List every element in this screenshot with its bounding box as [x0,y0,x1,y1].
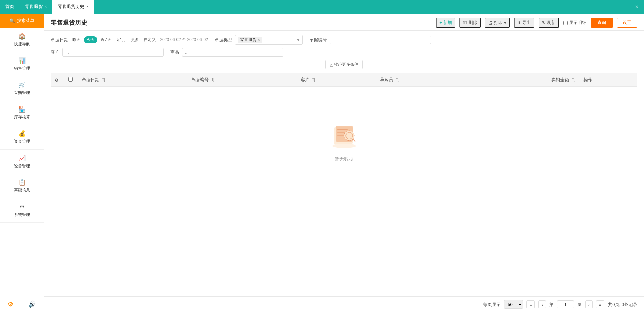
sidebar-item-inventory[interactable]: 🏪 库存核算 [0,101,44,125]
empty-text: 暂无数据 [335,156,354,162]
refresh-label: 刷新 [547,20,556,26]
sidebar-item-basic-info[interactable]: 📋 基础信息 [0,174,44,198]
query-button[interactable]: 查询 [591,18,613,28]
window-close-button[interactable]: × [635,3,639,10]
tab-list: 首页 零售退货 × 零售退货历史 × [0,0,644,14]
tab-retail-return[interactable]: 零售退货 × [20,0,52,14]
table-body: 暂无数据 [51,87,637,193]
bill-no-filter: 单据编号 [309,36,431,44]
sidebar-item-finance[interactable]: 💰 资金管理 [0,125,44,150]
per-page-label: 每页显示 [483,302,501,308]
sidebar-item-purchase[interactable]: 🛒 采购管理 [0,76,44,101]
page-number-input[interactable] [557,300,574,308]
tab-home[interactable]: 首页 [0,0,20,14]
sidebar-item-quick-nav-label: 快捷导航 [14,41,30,47]
date-buttons: 昨天 今天 近7天 近1月 更多 自定义 [71,36,157,43]
page-prefix-label: 第 [549,302,554,308]
print-dropdown-icon: ▾ [504,20,506,25]
print-button[interactable]: 🖨 打印 ▾ [485,18,510,28]
table-header-row: ⚙ 单据日期 ⇅ 单据编号 ⇅ [51,73,637,87]
filter-area: 单据日期 昨天 今天 近7天 近1月 更多 自定义 2023-06-02 至 2… [44,31,644,73]
date-btn-custom[interactable]: 自定义 [142,36,157,43]
refresh-icon: ↻ [542,20,546,25]
per-page-select[interactable]: 10 20 50 100 [504,300,523,309]
setting-button[interactable]: 设置 [617,18,637,28]
volume-icon[interactable]: 🔊 [28,300,36,308]
show-detail-checkbox[interactable] [563,21,568,25]
th-checkbox [64,73,78,87]
sidebar-item-system[interactable]: ⚙ 系统管理 [0,198,44,223]
collapse-filter-button[interactable]: △ 收起更多条件 [325,60,363,69]
collapse-label: 收起更多条件 [334,62,358,67]
svg-point-0 [332,144,356,148]
show-detail-label: 显示明细 [569,20,587,26]
date-btn-yesterday[interactable]: 昨天 [71,36,82,43]
sidebar-item-purchase-label: 采购管理 [14,90,30,96]
tab-home-label: 首页 [5,4,14,10]
page-header: 零售退货历史 + 新增 🗑 删除 🖨 打印 ▾ ⬆ 导出 ↻ 刷新 [44,14,644,31]
customer-filter: 客户 ... [51,48,164,57]
sidebar-item-finance-label: 资金管理 [14,139,30,144]
sidebar-item-system-label: 系统管理 [14,212,30,218]
sidebar-item-quick-nav[interactable]: 🏠 快捷导航 [0,28,44,52]
select-all-checkbox[interactable] [68,77,73,82]
sidebar-item-basic-info-label: 基础信息 [14,187,30,193]
sidebar: 🔍 搜索菜单 🏠 快捷导航 📊 销售管理 🛒 采购管理 🏪 库存核算 💰 资金管… [0,14,44,312]
tab-retail-return-history[interactable]: 零售退货历史 × [52,0,94,14]
table-settings-icon[interactable]: ⚙ [55,77,59,83]
date-btn-7days[interactable]: 近7天 [99,36,113,43]
th-amount: 实销金额 ⇅ [470,73,579,87]
add-button[interactable]: + 新增 [436,18,455,28]
th-amount-label: 实销金额 [551,77,569,82]
customer-filter-select[interactable]: ... [62,48,164,57]
export-icon: ⬆ [517,20,521,25]
first-page-button[interactable]: « [526,300,535,308]
sidebar-search[interactable]: 🔍 搜索菜单 [0,14,44,28]
th-amount-sort[interactable]: ⇅ [572,77,575,82]
purchase-icon: 🛒 [18,81,26,89]
type-tag-value: 零售退货 [240,37,256,43]
type-filter-label: 单据类型 [215,37,232,43]
sidebar-item-sales[interactable]: 📊 销售管理 [0,52,44,76]
bill-no-input[interactable] [330,36,431,44]
goods-placeholder: ... [185,50,189,55]
bill-no-label: 单据编号 [309,37,327,43]
goods-filter-select[interactable]: ... [182,48,283,57]
svg-line-8 [353,139,355,141]
date-btn-today[interactable]: 今天 [84,36,97,43]
th-bill-no-sort[interactable]: ⇅ [211,77,215,82]
sidebar-search-label: 搜索菜单 [17,18,34,24]
pagination-bar: 每页显示 10 20 50 100 « ‹ 第 页 › » 共0页, 0条记录 [44,296,644,312]
refresh-button[interactable]: ↻ 刷新 [539,18,559,28]
last-page-button[interactable]: » [596,300,604,308]
settings-bottom-icon[interactable]: ⚙ [8,300,13,308]
th-bill-no: 单据编号 ⇅ [187,73,296,87]
date-btn-more[interactable]: 更多 [129,36,140,43]
finance-icon: 💰 [18,130,26,137]
customer-placeholder: ... [65,50,69,55]
tab-retail-return-close[interactable]: × [45,4,47,9]
export-button[interactable]: ⬆ 导出 [514,18,534,28]
inventory-icon: 🏪 [18,106,26,113]
show-detail-container: 显示明细 [563,20,587,26]
delete-button[interactable]: 🗑 删除 [459,18,481,28]
th-customer: 客户 ⇅ [296,73,376,87]
th-bill-no-label: 单据编号 [191,77,209,82]
tab-retail-return-history-close[interactable]: × [86,4,89,9]
next-page-button[interactable]: › [585,300,593,308]
type-filter-select[interactable]: 零售退货 × ▾ [235,35,303,45]
empty-state: 暂无数据 [55,90,633,190]
date-filter-label: 单据日期 [51,37,68,43]
customer-filter-label: 客户 [51,49,59,55]
sidebar-item-operations[interactable]: 📈 经营管理 [0,150,44,174]
date-filter: 单据日期 昨天 今天 近7天 近1月 更多 自定义 2023-06-02 至 2… [51,36,208,43]
date-btn-1month[interactable]: 近1月 [115,36,128,43]
th-date: 单据日期 ⇅ [78,73,187,87]
prev-page-button[interactable]: ‹ [538,300,546,308]
type-tag-remove[interactable]: × [258,38,260,42]
operations-icon: 📈 [18,154,26,162]
th-customer-sort[interactable]: ⇅ [312,77,316,82]
th-date-sort[interactable]: ⇅ [102,77,106,82]
th-guide-sort[interactable]: ⇅ [396,77,399,82]
goods-filter: 商品 ... [170,48,283,57]
